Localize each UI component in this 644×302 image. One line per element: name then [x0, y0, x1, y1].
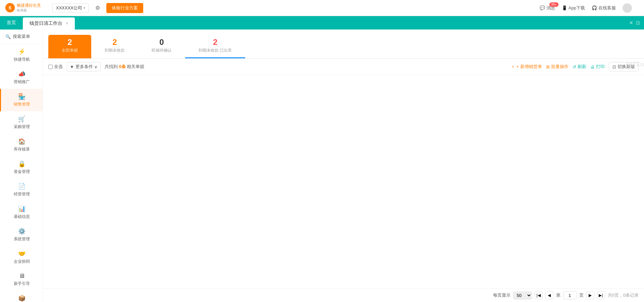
last-page-btn[interactable]: ▶| [597, 291, 605, 299]
switch-icon: ⊡ [612, 64, 616, 69]
close-icon[interactable]: × [66, 21, 68, 26]
maximize-icon[interactable]: ⊡ [636, 20, 640, 25]
app-download-btn[interactable]: 📱 App下载 [562, 5, 585, 11]
download-icon: 📱 [562, 5, 567, 10]
batch-btn[interactable]: ⊞ 批量操作 [546, 64, 569, 70]
stat-num-overdue-out: 2 [213, 38, 217, 47]
first-page-btn[interactable]: |◀ [535, 291, 543, 299]
tab-bar: 首页 钱货日清工作台 × ✕ ⊡ [0, 16, 644, 29]
logo-line2: 标准版 [17, 8, 41, 13]
print-icon: 🖨 [590, 64, 595, 69]
tab-active[interactable]: 钱货日清工作台 × [23, 17, 75, 29]
sidebar-item-marketing[interactable]: 📣 营销推广 [0, 66, 43, 89]
enterprise-icon: 🤝 [18, 250, 25, 257]
sidebar-item-label: 企业协同 [14, 259, 30, 264]
logo-text-block: 畅捷通好生意 标准版 [17, 3, 41, 12]
filter-icon: ▼ [70, 64, 74, 69]
add-btn[interactable]: ＋ + 新增销货单 [511, 64, 542, 70]
add-icon: ＋ [511, 64, 515, 70]
add-label: + 新增销货单 [517, 64, 542, 70]
sidebar-item-label: 资金管理 [14, 169, 30, 175]
operations-icon: 📄 [18, 183, 25, 190]
prev-page-btn[interactable]: ◀ [545, 291, 553, 299]
tab-home[interactable]: 首页 [0, 16, 23, 29]
sidebar-item-operations[interactable]: 📄 经营管理 [0, 179, 43, 201]
sidebar: 🔍 搜索菜单 ⚡ 快捷导航 📣 营销推广 🏪 销售管理 🛒 采购管理 🏠 库存核… [0, 29, 43, 302]
top-bar-left: 6 畅捷通好生意 标准版 XXXXXX公司 ▾ ⚙ 体验行业方案 [5, 3, 143, 13]
sidebar-item-quick-nav[interactable]: ⚡ 快捷导航 [0, 44, 43, 66]
page-input[interactable] [563, 291, 577, 299]
stat-tab-pending[interactable]: 0 旺辅待确认 [138, 35, 185, 58]
search-menu-label: 搜索菜单 [13, 34, 30, 40]
purchase-icon: 🛒 [18, 115, 25, 123]
sidebar-item-guide[interactable]: 🖥 新手引导 [0, 268, 43, 291]
quick-nav-icon: ⚡ [18, 48, 25, 55]
sidebar-item-sales[interactable]: 🏪 销售管理 [0, 89, 43, 111]
sidebar-item-app-center[interactable]: 📦 应用中心 [0, 291, 43, 302]
messages-btn[interactable]: 💬 消息 99+ [540, 5, 555, 11]
print-btn[interactable]: 🖨 打印 [590, 64, 605, 70]
batch-label: 批量操作 [551, 64, 569, 70]
stat-label-overdue-out: 到期未收款 已出库 [199, 48, 232, 53]
sidebar-item-label: 快捷导航 [14, 57, 30, 62]
search-menu-item[interactable]: 🔍 搜索菜单 [0, 29, 43, 44]
stat-label-pending: 旺辅待确认 [152, 48, 172, 53]
sidebar-item-purchase[interactable]: 🛒 采购管理 [0, 111, 43, 134]
sidebar-item-enterprise[interactable]: 🤝 企业协同 [0, 246, 43, 268]
sidebar-item-finance[interactable]: 🔒 资金管理 [0, 156, 43, 179]
minimize-icon[interactable]: ✕ [629, 20, 633, 25]
sidebar-item-label: 营销推广 [14, 79, 30, 85]
online-service-btn[interactable]: 🎧 在线客服 [592, 5, 616, 11]
online-service-label: 在线客服 [598, 5, 616, 11]
table-area [43, 75, 644, 288]
select-all-input[interactable] [48, 65, 53, 69]
sidebar-item-label: 库存核算 [14, 146, 30, 152]
avatar[interactable] [623, 3, 632, 13]
pagination-bar: 每页显示 50 100 200 |◀ ◀ 第 页 ▶ ▶| 共0页，0条记录 [43, 288, 644, 302]
switch-version-btn[interactable]: ⊡ 切换新版 [609, 62, 639, 71]
stat-num-pending: 0 [159, 38, 164, 47]
message-icon: 💬 [540, 5, 545, 10]
stat-tab-overdue-out[interactable]: 2 到期未收款 已出库 [185, 35, 245, 58]
refresh-btn[interactable]: ↺ 刷新 [573, 64, 586, 70]
chevron-down-icon: ▾ [84, 6, 85, 10]
next-page-btn[interactable]: ▶ [586, 291, 594, 299]
stat-tab-all[interactable]: 2 全部单据 [48, 35, 91, 58]
guide-icon: 🖥 [19, 273, 25, 280]
stat-num-overdue: 2 [112, 38, 117, 47]
total-info: 共0页，0条记录 [608, 292, 639, 298]
found-suffix: 相关单据 [127, 64, 144, 69]
select-all-checkbox[interactable]: 全选 [48, 64, 63, 70]
service-icon: 🎧 [592, 5, 597, 10]
refresh-icon: ↺ [573, 64, 576, 69]
sidebar-item-label: 经营管理 [14, 191, 30, 197]
stat-label-overdue: 到期未收款 [105, 48, 125, 53]
marketing-icon: 📣 [18, 70, 25, 78]
empty-state [43, 75, 644, 288]
top-bar: 6 畅捷通好生意 标准版 XXXXXX公司 ▾ ⚙ 体验行业方案 💬 消息 99… [0, 0, 644, 16]
page-label: 第 [556, 292, 560, 298]
system-icon: ⚙️ [18, 228, 25, 235]
found-text: 共找到 0条 相关单据 [105, 64, 144, 70]
sidebar-item-label: 采购管理 [14, 124, 30, 130]
stat-tab-overdue[interactable]: 2 到期未收款 [91, 35, 138, 58]
batch-icon: ⊞ [546, 64, 550, 69]
found-count: 0条 [119, 64, 126, 69]
per-page-select[interactable]: 50 100 200 [513, 292, 532, 299]
logo-line1: 畅捷通好生意 [17, 3, 41, 8]
sidebar-item-basic-info[interactable]: 📊 基础信息 [0, 201, 43, 224]
logo-area: 6 畅捷通好生意 标准版 [5, 3, 48, 12]
sidebar-item-label: 基础信息 [14, 214, 30, 220]
sidebar-item-inventory[interactable]: 🏠 库存核算 [0, 134, 43, 156]
switch-label: 切换新版 [618, 64, 635, 70]
logo-icon: 6 [5, 3, 15, 12]
app-download-label: App下载 [569, 5, 585, 11]
found-prefix: 共找到 [105, 64, 118, 69]
sidebar-item-system[interactable]: ⚙️ 系统管理 [0, 224, 43, 246]
try-btn[interactable]: 体验行业方案 [106, 3, 143, 13]
company-selector[interactable]: XXXXXX公司 ▾ [52, 3, 89, 13]
sales-icon: 🏪 [18, 93, 25, 100]
filter-btn[interactable]: ▼ 更多条件 ∨ [67, 62, 101, 71]
main-layout: 🔍 搜索菜单 ⚡ 快捷导航 📣 营销推广 🏪 销售管理 🛒 采购管理 🏠 库存核… [0, 29, 644, 302]
settings-icon[interactable]: ⚙ [93, 3, 102, 13]
